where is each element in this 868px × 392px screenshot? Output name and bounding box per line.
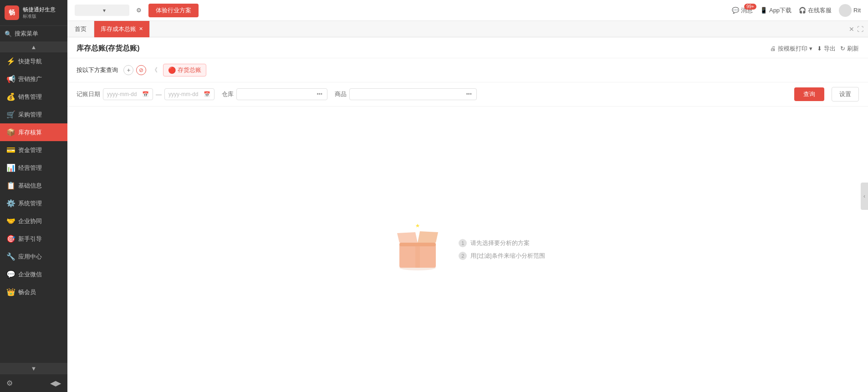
page-header: 库存总账(存货总账) 🖨 按模板打印 ▾ ⬇ 导出 ↻ 刷新 <box>67 37 868 58</box>
breadcrumb-text <box>79 6 101 14</box>
enterprise-icon: 🤝 <box>6 217 15 225</box>
tab-bar-expand-icon[interactable]: ⛶ <box>857 25 863 33</box>
date-filter-field: 记账日期 yyyy-mm-dd 📅 — yyyy-mm-dd 📅 <box>77 88 214 100</box>
member-icon: 👑 <box>6 288 15 296</box>
page-content: 库存总账(存货总账) 🖨 按模板打印 ▾ ⬇ 导出 ↻ 刷新 <box>67 37 868 392</box>
right-panel-toggle[interactable]: ‹ <box>861 183 868 210</box>
top-header: ▾ ⚙ 体验行业方案 💬 消息 99+ 📱 App下载 🎧 在线客服 Rit <box>67 0 868 21</box>
sidebar-item-system[interactable]: ⚙️ 系统管理 <box>0 194 67 212</box>
message-button[interactable]: 💬 消息 99+ <box>732 6 753 15</box>
refresh-button[interactable]: ↻ 刷新 <box>840 45 859 53</box>
user-avatar <box>839 4 852 17</box>
date-start-placeholder: yyyy-mm-dd <box>107 91 140 97</box>
user-name: Rit <box>853 7 861 14</box>
warehouse-label: 仓库 <box>222 90 234 98</box>
sidebar-search[interactable]: 🔍 搜索菜单 <box>0 26 67 41</box>
scheme-icon: 🔴 <box>168 66 176 74</box>
sidebar-item-wechat[interactable]: 💬 企业微信 <box>0 265 67 283</box>
sidebar-item-sales[interactable]: 💰 销售管理 <box>0 88 67 106</box>
print-button[interactable]: 🖨 按模板打印 ▾ <box>770 45 812 53</box>
print-icon: 🖨 <box>770 45 776 52</box>
app-download-button[interactable]: 📱 App下载 <box>760 6 791 15</box>
sidebar-item-label: 系统管理 <box>18 199 42 208</box>
tab-home[interactable]: 首页 <box>67 21 94 37</box>
sidebar-scroll-up[interactable]: ▲ <box>0 41 67 52</box>
scheme-tag-label: 存货总账 <box>178 66 201 74</box>
date-end-input[interactable]: yyyy-mm-dd 📅 <box>164 88 214 100</box>
app-center-icon: 🔧 <box>6 252 15 261</box>
date-start-input[interactable]: yyyy-mm-dd 📅 <box>103 88 153 100</box>
goods-select[interactable]: ••• <box>349 88 477 100</box>
empty-state: 1 请先选择要分析的方案 2 用[过滤]条件来缩小分析范围 <box>67 107 868 392</box>
filter-settings-button[interactable]: 设置 <box>832 87 859 102</box>
chevron-down-icon: ▾ <box>103 7 106 14</box>
search-icon: 🔍 <box>5 31 12 37</box>
page-title: 库存总账(存货总账) <box>77 44 140 53</box>
filter-clear-button[interactable]: ⊘ <box>136 65 146 75</box>
settings-gear-button[interactable]: ⚙ <box>132 4 146 17</box>
tab-bar-close-icon[interactable]: ✕ <box>849 25 854 33</box>
tab-bar: 首页 库存成本总账 ✕ ✕ ⛶ <box>67 21 868 37</box>
sidebar-item-operations[interactable]: 📊 经营管理 <box>0 159 67 177</box>
refresh-icon: ↻ <box>840 45 845 52</box>
sidebar-collapse-btn[interactable]: ◀▶ <box>50 379 61 387</box>
tip-num-2: 2 <box>459 252 467 260</box>
newbie-icon: 🎯 <box>6 234 15 243</box>
sidebar-item-label: 销售管理 <box>18 93 42 101</box>
export-button[interactable]: ⬇ 导出 <box>817 45 836 53</box>
filter-collapse-button[interactable]: 《 <box>152 66 158 74</box>
tab-close-icon[interactable]: ✕ <box>139 26 143 32</box>
empty-tips: 1 请先选择要分析的方案 2 用[过滤]条件来缩小分析范围 <box>459 239 545 260</box>
user-profile[interactable]: Rit <box>839 4 861 17</box>
svg-rect-5 <box>415 243 420 268</box>
system-icon: ⚙️ <box>6 199 15 208</box>
goods-filter-field: 商品 ••• <box>335 88 477 100</box>
sidebar-item-finance[interactable]: 💳 资金管理 <box>0 141 67 159</box>
online-service-button[interactable]: 🎧 在线客服 <box>799 6 832 15</box>
sidebar-item-label: 基础信息 <box>18 182 42 190</box>
sidebar-item-enterprise[interactable]: 🤝 企业协同 <box>0 212 67 230</box>
sidebar-item-label: 库存核算 <box>18 128 42 137</box>
online-service-label: 在线客服 <box>808 6 832 15</box>
purchase-icon: 🛒 <box>6 110 15 119</box>
filter-label: 按以下方案查询 <box>77 66 118 74</box>
export-icon: ⬇ <box>817 45 822 52</box>
query-button[interactable]: 查询 <box>794 87 824 101</box>
sidebar-item-label: 采购管理 <box>18 111 42 119</box>
sidebar-item-app-center[interactable]: 🔧 应用中心 <box>0 248 67 265</box>
message-icon: 💬 <box>732 7 739 14</box>
sidebar-scroll-down[interactable]: ▼ <box>0 363 67 374</box>
warehouse-more-icon: ••• <box>317 91 322 97</box>
filter-add-button[interactable]: ＋ <box>123 65 133 75</box>
sidebar-item-member[interactable]: 👑 畅会员 <box>0 283 67 301</box>
page-header-actions: 🖨 按模板打印 ▾ ⬇ 导出 ↻ 刷新 <box>770 45 859 53</box>
breadcrumb-dropdown[interactable]: ▾ <box>75 5 129 16</box>
sidebar-item-quick-nav[interactable]: ⚡ 快捷导航 <box>0 52 67 70</box>
breadcrumb-area: ▾ ⚙ 体验行业方案 <box>75 4 727 17</box>
sidebar-item-basic[interactable]: 📋 基础信息 <box>0 177 67 194</box>
date-separator: — <box>156 91 162 98</box>
app-logo: 畅 畅捷通好生意 标准版 <box>0 0 67 26</box>
sidebar-settings-btn[interactable]: ⚙ <box>6 379 13 387</box>
page-panel: 库存总账(存货总账) 🖨 按模板打印 ▾ ⬇ 导出 ↻ 刷新 <box>67 37 868 392</box>
sidebar-item-label: 营销推广 <box>18 75 42 83</box>
app-download-label: App下载 <box>769 6 791 15</box>
tab-inventory-cost[interactable]: 库存成本总账 ✕ <box>94 21 150 37</box>
empty-tip-1: 1 请先选择要分析的方案 <box>459 239 545 247</box>
sidebar-item-newbie[interactable]: 🎯 新手引导 <box>0 230 67 248</box>
scheme-tag[interactable]: 🔴 存货总账 <box>163 64 206 76</box>
wechat-icon: 💬 <box>6 270 15 279</box>
sidebar-item-inventory[interactable]: 📦 库存核算 <box>0 123 67 141</box>
headset-icon: 🎧 <box>799 7 806 14</box>
warehouse-select[interactable]: ••• <box>236 88 327 100</box>
empty-tip-2: 2 用[过滤]条件来缩小分析范围 <box>459 252 545 260</box>
export-label: 导出 <box>824 45 836 53</box>
goods-more-icon: ••• <box>466 91 472 97</box>
basic-icon: 📋 <box>6 181 15 190</box>
sidebar-item-marketing[interactable]: 📢 营销推广 <box>0 70 67 88</box>
sidebar-item-purchase[interactable]: 🛒 采购管理 <box>0 106 67 123</box>
sidebar-item-label: 畅会员 <box>18 288 36 296</box>
tab-inventory-cost-label: 库存成本总账 <box>101 25 136 33</box>
industry-solution-button[interactable]: 体验行业方案 <box>148 4 199 17</box>
sidebar-item-label: 资金管理 <box>18 146 42 154</box>
